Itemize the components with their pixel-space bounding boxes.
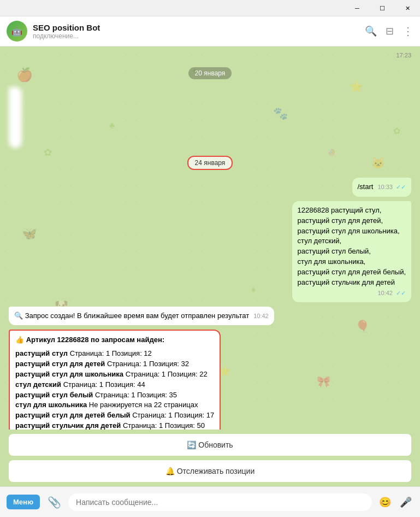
results-header: 👍 Артикул 12286828 по запросам найден: bbox=[15, 335, 214, 345]
msg-keywords: 12286828 растущий стул, растущий стул дл… bbox=[292, 201, 411, 302]
window-topbar: ─ ☐ ✕ bbox=[0, 0, 420, 16]
maximize-button[interactable]: ☐ bbox=[370, 0, 395, 16]
query-6: стул для школьника bbox=[15, 401, 87, 409]
header-right[interactable]: 🔍 ⊟ ⋮ bbox=[365, 25, 413, 38]
blurred-message bbox=[9, 87, 22, 148]
blurred-message-row bbox=[9, 87, 411, 148]
menu-button[interactable]: Меню bbox=[7, 495, 40, 509]
search-icon[interactable]: 🔍 bbox=[365, 25, 377, 37]
request-time: 10:42 bbox=[253, 312, 269, 321]
query-3: растущий стул для школьника bbox=[15, 370, 123, 378]
msg-start-row: /start 10:33 ✓✓ bbox=[9, 178, 411, 197]
page-1: Страница: 1 Позиция: 12 bbox=[70, 349, 152, 357]
attach-button[interactable]: 📎 bbox=[45, 494, 63, 511]
results-item-2: растущий стул для детей Страница: 1 Пози… bbox=[15, 359, 214, 369]
messages-list: 17:23 20 января 24 января /start bbox=[0, 46, 420, 430]
page-8: Страница: 1 Позиция: 50 bbox=[123, 421, 205, 430]
msg-keywords-text: 12286828 растущий стул, растущий стул дл… bbox=[298, 205, 406, 288]
request-icon: 🔍 bbox=[14, 312, 23, 320]
columns-icon[interactable]: ⊟ bbox=[386, 25, 394, 37]
msg-request: 🔍 Запрос создан! В ближайшее время вам б… bbox=[9, 307, 274, 326]
msg-keywords-time: 10:42 ✓✓ bbox=[377, 289, 406, 298]
msg-results: 👍 Артикул 12286828 по запросам найден: р… bbox=[9, 330, 221, 430]
header-left: 🤖 SEO position Bot подключение... bbox=[7, 21, 100, 42]
results-item-5: растущий стул белый Страница: 1 Позиция:… bbox=[15, 390, 214, 401]
date-jan20: 20 января bbox=[188, 67, 232, 79]
page-2: Страница: 1 Позиция: 32 bbox=[107, 360, 189, 368]
update-button[interactable]: 🔄 Обновить bbox=[9, 434, 411, 456]
bot-name: SEO position Bot bbox=[33, 23, 100, 32]
query-2: растущий стул для детей bbox=[15, 360, 105, 368]
query-7: растущий стул для детей белый bbox=[15, 411, 131, 419]
keywords-check: ✓✓ bbox=[396, 290, 406, 296]
bot-avatar: 🤖 bbox=[7, 21, 27, 42]
results-item-6: стул для школьника Не ранжируется на 22 … bbox=[15, 400, 214, 410]
query-4: стул детский bbox=[15, 380, 61, 389]
date-divider-jan20: 20 января bbox=[9, 67, 411, 79]
msg-results-row: 👍 Артикул 12286828 по запросам найден: р… bbox=[9, 330, 411, 430]
page-7: Страница: 1 Позиция: 17 bbox=[132, 411, 214, 419]
update-icon: 🔄 bbox=[187, 440, 196, 449]
date-jan24: 24 января bbox=[187, 156, 233, 170]
query-5: растущий стул белый bbox=[15, 391, 93, 399]
msg-start-text: /start bbox=[358, 183, 374, 191]
results-item-8: растущий стульчик для детей Страница: 1 … bbox=[15, 421, 214, 430]
action-buttons: 🔄 Обновить 🔔 Отслеживать позиции bbox=[0, 430, 420, 486]
page-3: Страница: 1 Позиция: 22 bbox=[126, 370, 208, 378]
track-label: Отслеживать позиции bbox=[177, 467, 255, 475]
start-check: ✓✓ bbox=[396, 184, 406, 190]
close-button[interactable]: ✕ bbox=[395, 0, 420, 16]
msg-start: /start 10:33 ✓✓ bbox=[352, 178, 412, 197]
input-bar: Меню 📎 😊 🎤 bbox=[0, 486, 420, 517]
results-title: Артикул 12286828 по запросам найден: bbox=[26, 336, 164, 344]
page-6: Не ранжируется на 22 страницах bbox=[89, 401, 198, 409]
chat-container: 🍎 ⭐ 🐾 ✿ 🐱 ⚽ 🦋 🌸 🐶 🎈 🌙 🎀 ✦ ♣ ♦ ✿ 🍭 🌺 ⭐ 17… bbox=[0, 46, 420, 486]
bot-status: подключение... bbox=[33, 32, 100, 40]
header-info: SEO position Bot подключение... bbox=[33, 23, 100, 40]
window-controls[interactable]: ─ ☐ ✕ bbox=[345, 0, 420, 16]
results-item-3: растущий стул для школьника Страница: 1 … bbox=[15, 369, 214, 380]
results-item-4: стул детский Страница: 1 Позиция: 44 bbox=[15, 380, 214, 390]
chat-header: 🤖 SEO position Bot подключение... 🔍 ⊟ ⋮ bbox=[0, 16, 420, 46]
results-item-1: растущий стул Страница: 1 Позиция: 12 bbox=[15, 349, 214, 359]
query-1: растущий стул bbox=[15, 349, 68, 357]
input-right-buttons: 😊 🎤 bbox=[377, 495, 413, 510]
more-icon[interactable]: ⋮ bbox=[403, 25, 413, 38]
msg-start-time: 10:33 ✓✓ bbox=[377, 183, 406, 192]
msg-keywords-row: 12286828 растущий стул, растущий стул дл… bbox=[9, 201, 411, 302]
minimize-button[interactable]: ─ bbox=[345, 0, 370, 16]
request-text: Запрос создан! В ближайшее время вам буд… bbox=[25, 312, 250, 320]
emoji-button[interactable]: 😊 bbox=[377, 495, 393, 510]
mic-button[interactable]: 🎤 bbox=[398, 495, 413, 510]
track-button[interactable]: 🔔 Отслеживать позиции bbox=[9, 460, 411, 482]
date-divider-jan24: 24 января bbox=[9, 156, 411, 170]
results-item-7: растущий стул для детей белый Страница: … bbox=[15, 410, 214, 421]
message-input[interactable] bbox=[68, 494, 372, 511]
old-time: 17:23 bbox=[396, 52, 411, 58]
old-time-row: 17:23 bbox=[9, 52, 411, 58]
track-icon: 🔔 bbox=[165, 467, 175, 475]
page-5: Страница: 1 Позиция: 35 bbox=[95, 391, 177, 399]
update-label: Обновить bbox=[198, 440, 233, 449]
msg-request-row: 🔍 Запрос создан! В ближайшее время вам б… bbox=[9, 307, 411, 326]
page-4: Страница: 1 Позиция: 44 bbox=[63, 380, 145, 389]
query-8: растущий стульчик для детей bbox=[15, 421, 121, 430]
results-icon: 👍 bbox=[15, 336, 24, 344]
